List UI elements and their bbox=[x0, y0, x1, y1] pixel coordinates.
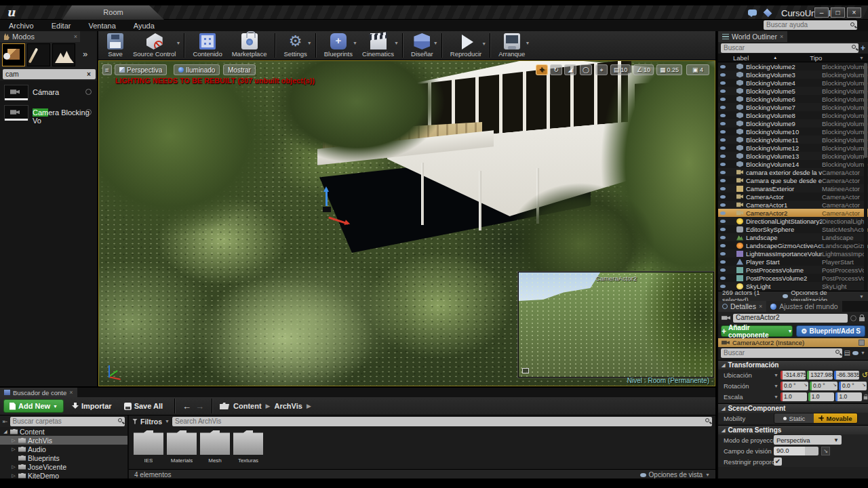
eye-icon[interactable] bbox=[720, 195, 726, 199]
menu-archivo[interactable]: Archivo bbox=[0, 22, 43, 30]
chevron-icon[interactable]: ▷ bbox=[11, 464, 16, 470]
content-folder-mesh[interactable]: Mesh bbox=[199, 430, 231, 462]
rotation-y-input[interactable]: 0.0 °↘ bbox=[810, 382, 837, 390]
rotate-tool-button[interactable]: ↻ bbox=[550, 64, 562, 75]
outliner-row-directionallightstationary2[interactable]: DirectionalLightStationary2DirectionalLi… bbox=[718, 217, 868, 225]
tree-item-archvis[interactable]: ▷ArchVis bbox=[0, 436, 127, 445]
selected-camera-actor[interactable] bbox=[323, 207, 331, 212]
eye-icon[interactable] bbox=[720, 130, 726, 134]
toolbar-source-control-button[interactable]: Source Control▼ bbox=[128, 33, 180, 58]
clear-search-icon[interactable]: × bbox=[87, 70, 91, 78]
chevron-icon[interactable]: ▷ bbox=[11, 438, 16, 443]
rotation-z-input[interactable]: 0.0 °↘ bbox=[839, 382, 867, 390]
column-type[interactable]: Tipo bbox=[810, 54, 822, 62]
help-search-input[interactable]: Buscar ayuda bbox=[764, 20, 857, 30]
surface-snap-button[interactable]: ⌖ bbox=[595, 64, 608, 75]
toolbar-blueprints-button[interactable]: Blueprints▼ bbox=[319, 33, 357, 58]
mode-landscape-button[interactable] bbox=[52, 43, 75, 66]
outliner-row-blockingvolume14[interactable]: BlockingVolume14BlockingVolume bbox=[718, 160, 868, 168]
outliner-row-camarasexterior[interactable]: CamarasExteriorMatineeActor bbox=[718, 184, 868, 192]
section-scenecomponent[interactable]: ◢SceneComponent bbox=[718, 403, 868, 413]
info-icon[interactable] bbox=[850, 315, 856, 321]
world-local-toggle[interactable]: ◯ bbox=[580, 64, 592, 75]
add-component-button[interactable]: +Añadir componente▼ bbox=[721, 325, 793, 337]
outliner-row-blockingvolume6[interactable]: BlockingVolume6BlockingVolume bbox=[718, 95, 868, 103]
outliner-row-blockingvolume11[interactable]: BlockingVolume11BlockingVolume bbox=[718, 136, 868, 144]
eye-icon[interactable] bbox=[720, 211, 726, 215]
rotation-snap-button[interactable]: ∠ 10 bbox=[633, 64, 654, 75]
tab-details[interactable]: Detalles × bbox=[718, 301, 766, 312]
eye-icon[interactable] bbox=[720, 220, 726, 223]
outliner-row-postprocessvolume2[interactable]: PostProcessVolume2PostProcessVo bbox=[718, 274, 868, 282]
projection-select[interactable]: Perspectiva▼ bbox=[774, 435, 842, 445]
toolbar-save-button[interactable]: Save bbox=[102, 33, 128, 58]
location-label[interactable]: Ubicación bbox=[724, 371, 774, 379]
tree-item-blueprints[interactable]: Blueprints bbox=[0, 453, 127, 462]
outliner-row-lightmassimportancevolume[interactable]: LightmassImportanceVolumeLightmassImpo bbox=[718, 249, 868, 258]
outliner-header[interactable]: Label ▲ Tipo ▼ bbox=[718, 54, 868, 62]
tab-content-browser[interactable]: Buscador de conte × bbox=[0, 388, 77, 397]
folder-search-input[interactable]: Buscar carpetas bbox=[10, 417, 125, 426]
eye-icon[interactable] bbox=[720, 179, 726, 182]
eye-icon[interactable] bbox=[720, 163, 726, 166]
feedback-icon[interactable] bbox=[748, 9, 757, 16]
chevron-icon[interactable]: ◢ bbox=[3, 429, 8, 434]
eye-icon[interactable] bbox=[720, 122, 726, 125]
outliner-row-blockingvolume10[interactable]: BlockingVolume10BlockingVolume bbox=[718, 127, 868, 136]
viewport-options-button[interactable]: ≡ bbox=[102, 64, 112, 75]
scale-x-input[interactable]: 1.0 bbox=[781, 392, 807, 401]
location-y-input[interactable]: 1327.988 bbox=[807, 371, 832, 380]
location-z-input[interactable]: -86.3835 bbox=[834, 371, 859, 380]
eye-icon[interactable] bbox=[720, 171, 726, 174]
level-tab[interactable]: Room bbox=[62, 5, 164, 20]
outliner-scrollbar[interactable] bbox=[864, 63, 867, 290]
lock-icon[interactable] bbox=[859, 317, 865, 321]
perspective-dropdown[interactable]: Perspectiva bbox=[115, 64, 167, 75]
minimize-button[interactable]: – bbox=[814, 7, 829, 18]
maximize-button[interactable]: □ bbox=[831, 7, 845, 18]
camera-speed-button[interactable]: ▣ 4 bbox=[686, 64, 709, 75]
outliner-row-blockingvolume4[interactable]: BlockingVolume4BlockingVolume bbox=[718, 79, 868, 87]
outliner-row-blockingvolume9[interactable]: BlockingVolume9BlockingVolume bbox=[718, 119, 868, 127]
eye-icon[interactable] bbox=[720, 81, 726, 85]
outliner-row-cameraactor2[interactable]: CameraActor2CameraActor bbox=[718, 209, 868, 217]
close-icon[interactable]: × bbox=[759, 303, 762, 310]
back-button[interactable]: ← bbox=[182, 401, 191, 411]
outliner-row-player-start[interactable]: Player StartPlayerStart bbox=[718, 258, 868, 266]
rotation-x-input[interactable]: 0.0 °↘ bbox=[781, 382, 808, 390]
outliner-row-blockingvolume12[interactable]: BlockingVolume12BlockingVolume bbox=[718, 144, 868, 152]
outliner-row-blockingvolume5[interactable]: BlockingVolume5BlockingVolume bbox=[718, 87, 868, 95]
tree-item-josevicente[interactable]: ▷JoseVicente bbox=[0, 462, 127, 471]
filters-button[interactable]: Filtros bbox=[140, 418, 162, 426]
camera-preview-window[interactable]: CameraActor2 bbox=[518, 272, 714, 378]
eye-icon[interactable] bbox=[720, 236, 726, 239]
scale-snap-button[interactable]: ▦ 0.25 bbox=[656, 64, 682, 75]
eye-icon[interactable] bbox=[720, 73, 726, 77]
toolbar-reproducir-button[interactable]: Reproducir▼ bbox=[446, 33, 486, 58]
toolbar-dise-ar-button[interactable]: Diseñar▼ bbox=[406, 33, 438, 58]
pin-preview-icon[interactable] bbox=[522, 368, 529, 373]
outliner-row-landscape[interactable]: LandscapeLandscape bbox=[718, 233, 868, 241]
content-folder-texturas[interactable]: Texturas bbox=[233, 430, 264, 462]
move-tool-button[interactable]: ✚ bbox=[536, 64, 548, 75]
eye-icon[interactable] bbox=[720, 65, 726, 68]
toolbar-contenido-button[interactable]: Contenido bbox=[188, 33, 226, 58]
eye-icon[interactable] bbox=[720, 244, 726, 247]
outliner-row-blockingvolume7[interactable]: BlockingVolume7BlockingVolume bbox=[718, 103, 868, 111]
mobility-movable-option[interactable]: Movable bbox=[814, 413, 857, 423]
toolbar-arranque-button[interactable]: Arranque▼ bbox=[494, 33, 530, 58]
outliner-row-skylight[interactable]: SkyLightSkyLight bbox=[718, 282, 868, 290]
eye-icon[interactable] bbox=[720, 228, 726, 231]
breadcrumb-archvis[interactable]: ArchVis bbox=[275, 402, 302, 410]
scale-lock-icon[interactable] bbox=[864, 396, 867, 399]
section-camera-settings[interactable]: ◢Camera Settings bbox=[718, 425, 868, 434]
tree-item-content[interactable]: ◢Content bbox=[0, 427, 127, 436]
filter-caret-icon[interactable]: ▼ bbox=[859, 56, 864, 60]
details-search-input[interactable]: Buscar bbox=[721, 348, 842, 358]
eye-icon[interactable] bbox=[720, 260, 726, 264]
save-all-button[interactable]: Save All bbox=[120, 402, 167, 410]
component-instance-row[interactable]: CameraActor2 (Instance) bbox=[718, 338, 868, 347]
content-folder-materials[interactable]: Materials bbox=[166, 430, 197, 462]
outliner-row-camara-exterior-desde-la-veg[interactable]: camara exterior desde la vegCameraActor bbox=[718, 168, 868, 176]
actor-name-input[interactable]: CameraActor2 bbox=[733, 314, 848, 323]
